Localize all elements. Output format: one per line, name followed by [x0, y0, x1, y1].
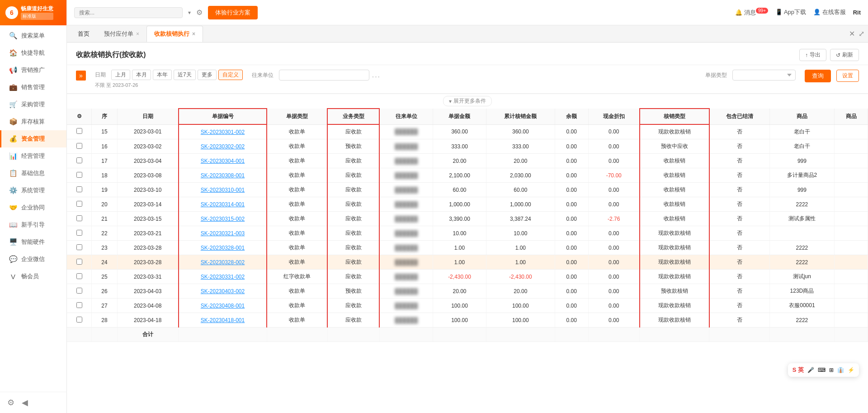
tab-collection-close[interactable]: × [192, 31, 195, 37]
query-btn[interactable]: 查询 [805, 70, 831, 82]
expand-conditions-btn[interactable]: ▾ 展开更多条件 [443, 96, 492, 106]
col-balance-header[interactable]: 余额 [555, 109, 588, 124]
tab-prepay[interactable]: 预付应付单 × [97, 26, 146, 42]
collapse-icon[interactable]: ◀ [22, 398, 28, 408]
industry-btn[interactable]: 体验行业方案 [208, 6, 258, 19]
cell-billno[interactable]: SK-20230304-001 [179, 154, 267, 168]
floating-power-icon[interactable]: ⚡ [848, 367, 854, 373]
cell-billno[interactable]: SK-20230403-002 [179, 284, 267, 299]
table-row[interactable]: 17 2023-03-04 SK-20230304-001 收款单 应收款 ██… [67, 154, 868, 168]
col-canceltype-header[interactable]: 核销类型 [640, 109, 709, 124]
sidebar-item-basic[interactable]: 📋基础信息 [0, 165, 66, 182]
floating-keyboard-icon[interactable]: ⌨ [818, 367, 826, 373]
sidebar-item-operation[interactable]: 📊经营管理 [0, 147, 66, 165]
sidebar-item-guide[interactable]: 📖新手引导 [0, 216, 66, 233]
table-row[interactable]: 19 2023-03-10 SK-20230310-001 收款单 应收款 ██… [67, 183, 868, 197]
cell-checkbox[interactable] [67, 212, 92, 226]
table-row[interactable]: 26 2023-04-03 SK-20230403-002 收款单 预收款 ██… [67, 284, 868, 299]
cell-checkbox[interactable] [67, 197, 92, 212]
col-billno-header[interactable]: 单据编号 [179, 109, 267, 124]
col-amount-header[interactable]: 单据金额 [433, 109, 486, 124]
cell-checkbox[interactable] [67, 270, 92, 284]
filter-partner-input[interactable] [279, 70, 369, 81]
cell-checkbox[interactable] [67, 168, 92, 183]
table-row[interactable]: 21 2023-03-15 SK-20230315-002 收款单 应收款 ██… [67, 212, 868, 226]
table-row[interactable]: 27 2023-04-08 SK-20230408-001 收款单 应收款 ██… [67, 299, 868, 313]
cell-billno[interactable]: SK-20230408-001 [179, 299, 267, 313]
table-row[interactable]: 24 2023-03-28 SK-20230328-002 收款单 应收款 ██… [67, 255, 868, 270]
cell-billno[interactable]: SK-20230418-001 [179, 313, 267, 328]
tab-expand[interactable]: ⤢ [859, 29, 864, 38]
export-btn[interactable]: ↑ 导出 [799, 49, 826, 61]
col-date-header[interactable]: 日期 [117, 109, 179, 124]
filter-7days[interactable]: 近7天 [174, 70, 196, 80]
sidebar-item-search[interactable]: 🔍搜索菜单 [0, 27, 66, 44]
tab-home[interactable]: 首页 [71, 26, 97, 42]
topbar-search[interactable] [74, 7, 183, 18]
cell-billno[interactable]: SK-20230315-002 [179, 212, 267, 226]
col-goods1-header[interactable]: 商品 [769, 109, 835, 124]
floating-shirt-icon[interactable]: 👔 [837, 367, 844, 373]
topbar-app-download[interactable]: 📱 App下载 [775, 8, 806, 16]
cell-checkbox[interactable] [67, 241, 92, 255]
col-billtype-header[interactable]: 单据类型 [267, 109, 327, 124]
col-biztype-header[interactable]: 业务类型 [327, 109, 379, 124]
sidebar-item-sales[interactable]: 💼销售管理 [0, 79, 66, 96]
filter-billtype-select[interactable] [732, 70, 796, 81]
sidebar-item-hardware[interactable]: 🖥️智能硬件 [0, 233, 66, 251]
cell-checkbox[interactable] [67, 255, 92, 270]
sidebar-item-marketing[interactable]: 📢营销推广 [0, 62, 66, 79]
refresh-btn[interactable]: ↺ 刷新 [830, 49, 859, 61]
tab-collection[interactable]: 收款核销执行 × [146, 26, 203, 42]
table-row[interactable]: 20 2023-03-14 SK-20230314-001 收款单 应收款 ██… [67, 197, 868, 212]
topbar-dropdown-icon[interactable]: ▾ [188, 9, 191, 16]
filter-toggle-btn[interactable]: » [76, 71, 86, 81]
sidebar-item-wechat[interactable]: 💬企业微信 [0, 251, 66, 268]
settings-filter-btn[interactable]: 设置 [836, 70, 859, 82]
cell-billno[interactable]: SK-20230308-001 [179, 168, 267, 183]
sidebar-item-finance[interactable]: 💰资金管理 [0, 130, 66, 147]
cell-checkbox[interactable] [67, 284, 92, 299]
cell-billno[interactable]: SK-20230302-002 [179, 139, 267, 154]
cell-billno[interactable]: SK-20230331-002 [179, 270, 267, 284]
filter-custom[interactable]: 自定义 [218, 70, 243, 80]
cell-checkbox[interactable] [67, 226, 92, 241]
floating-mic-icon[interactable]: 🎤 [807, 367, 814, 373]
tab-close-all[interactable]: ✕ [849, 29, 855, 38]
col-goods2-header[interactable]: 商品 [835, 109, 868, 124]
table-row[interactable]: 18 2023-03-08 SK-20230308-001 收款单 应收款 ██… [67, 168, 868, 183]
sidebar-item-member[interactable]: V畅会员 [0, 268, 66, 285]
floating-grid-icon[interactable]: ⊞ [829, 367, 834, 373]
table-row[interactable]: 25 2023-03-31 SK-20230331-002 红字收款单 应收款 … [67, 270, 868, 284]
col-settings-header[interactable]: ⚙ [67, 109, 92, 124]
sidebar-item-system[interactable]: ⚙️系统管理 [0, 182, 66, 199]
cell-checkbox[interactable] [67, 154, 92, 168]
filter-partner-dots[interactable]: ... [372, 71, 381, 79]
sidebar-item-purchase[interactable]: 🛒采购管理 [0, 96, 66, 113]
filter-this-month[interactable]: 本月 [132, 70, 151, 80]
cell-checkbox[interactable] [67, 299, 92, 313]
filter-this-year[interactable]: 本年 [153, 70, 172, 80]
cell-billno[interactable]: SK-20230321-003 [179, 226, 267, 241]
cell-billno[interactable]: SK-20230328-001 [179, 241, 267, 255]
col-partner-header[interactable]: 往来单位 [379, 109, 433, 124]
filter-more[interactable]: 更多 [198, 70, 217, 80]
sidebar-item-quick[interactable]: 🏠快捷导航 [0, 44, 66, 62]
table-row[interactable]: 28 2023-04-18 SK-20230418-001 收款单 应收款 ██… [67, 313, 868, 328]
cell-checkbox[interactable] [67, 139, 92, 154]
cell-billno[interactable]: SK-20230301-002 [179, 124, 267, 139]
table-row[interactable]: 23 2023-03-28 SK-20230328-001 收款单 应收款 ██… [67, 241, 868, 255]
cell-checkbox[interactable] [67, 183, 92, 197]
table-row[interactable]: 22 2023-03-21 SK-20230321-003 收款单 应收款 ██… [67, 226, 868, 241]
sidebar-item-inventory[interactable]: 📦库存核算 [0, 113, 66, 130]
cell-billno[interactable]: SK-20230314-001 [179, 197, 267, 212]
col-discount-header[interactable]: 现金折扣 [588, 109, 640, 124]
settings-icon[interactable]: ⚙ [7, 398, 14, 408]
topbar-message[interactable]: 🔔 消息99+ [735, 8, 768, 17]
topbar-online-service[interactable]: 👤 在线客服 [813, 8, 846, 16]
cell-checkbox[interactable] [67, 124, 92, 139]
tab-prepay-close[interactable]: × [136, 31, 139, 37]
col-settled-header[interactable]: 包含已结清 [709, 109, 769, 124]
cell-checkbox[interactable] [67, 313, 92, 328]
cell-billno[interactable]: SK-20230310-001 [179, 183, 267, 197]
